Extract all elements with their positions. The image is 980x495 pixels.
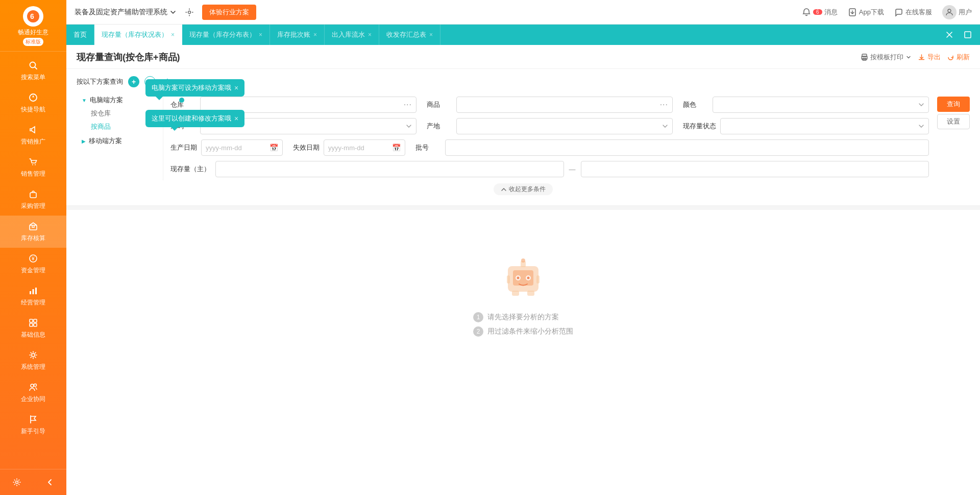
step-2-num: 2 bbox=[473, 326, 483, 337]
origin-select[interactable] bbox=[456, 118, 673, 134]
edit-scheme-tooltip-close[interactable]: × bbox=[234, 114, 238, 123]
tab-batch-account[interactable]: 库存批次账 × bbox=[270, 25, 325, 45]
goods-select[interactable]: ··· bbox=[456, 97, 673, 113]
tabs-bar: 首页 现存量（库存状况表） × 现存量（库存分布表） × 库存批次账 × 出入库… bbox=[66, 25, 980, 45]
sidebar-collapse-btn[interactable] bbox=[42, 475, 58, 490]
stock-qty-to-input[interactable] bbox=[581, 161, 929, 177]
scheme-group-pc-label: 电脑端方案 bbox=[90, 96, 123, 105]
sidebar-settings-btn[interactable] bbox=[9, 475, 24, 490]
sidebar-logo: 6 畅通好生意 标准版 bbox=[0, 0, 66, 52]
stock-status-select[interactable] bbox=[720, 118, 929, 134]
sidebar-item-label: 系统管理 bbox=[21, 363, 45, 371]
scheme-group-mobile-label: 移动端方案 bbox=[89, 136, 122, 146]
sidebar-item-label: 采购管理 bbox=[21, 202, 45, 210]
tab-close-inventory-dist[interactable]: × bbox=[259, 31, 262, 38]
sidebar-item-label: 销售管理 bbox=[21, 170, 45, 178]
header-settings-btn[interactable] bbox=[182, 5, 197, 20]
tab-io-flow[interactable]: 出入库流水 × bbox=[325, 25, 379, 45]
filter-row-1: 仓库 ··· 商品 ··· bbox=[170, 97, 929, 113]
add-scheme-tooltip-text: 电脑方案可设为移动方案哦 bbox=[152, 83, 231, 92]
collapse-btn[interactable]: 收起更多条件 bbox=[494, 183, 553, 195]
expire-date-label: 失效日期 bbox=[293, 143, 320, 152]
export-btn[interactable]: 导出 bbox=[918, 53, 941, 62]
notification-btn[interactable]: 6 消息 bbox=[802, 8, 838, 17]
svg-rect-40 bbox=[507, 275, 510, 284]
logo-text: 畅通好生意 bbox=[18, 29, 48, 37]
logo-badge: 标准版 bbox=[23, 38, 43, 46]
sidebar-item-sales[interactable]: 销售管理 bbox=[0, 151, 66, 183]
sidebar-item-label: 库存核算 bbox=[21, 234, 45, 243]
sidebar-item-label: 企业协同 bbox=[21, 395, 45, 404]
tabs-close-all-btn[interactable] bbox=[942, 28, 957, 42]
search-btn[interactable]: 查询 bbox=[937, 97, 970, 112]
color-select[interactable] bbox=[713, 97, 929, 113]
megaphone-icon bbox=[28, 124, 39, 135]
batch-input[interactable] bbox=[445, 139, 929, 156]
tab-home[interactable]: 首页 bbox=[66, 25, 94, 45]
add-scheme-tooltip-close[interactable]: × bbox=[234, 84, 238, 92]
tab-close-inventory-status[interactable]: × bbox=[171, 31, 175, 38]
query-body: ▼ 电脑端方案 按仓库 按商品 ▶ 移动端方案 bbox=[77, 93, 970, 180]
scheme-group-pc-header[interactable]: ▼ 电脑端方案 bbox=[77, 93, 158, 107]
chevron-down-icon bbox=[662, 123, 668, 129]
notification-label: 消息 bbox=[824, 8, 838, 17]
tab-collect-summary[interactable]: 收发存汇总表 × bbox=[379, 25, 440, 45]
sidebar-item-inventory[interactable]: 库存核算 bbox=[0, 216, 66, 248]
flag-icon bbox=[28, 414, 39, 425]
sidebar-item-basic[interactable]: 基础信息 bbox=[0, 312, 66, 344]
step-2-text: 用过滤条件来缩小分析范围 bbox=[487, 327, 573, 336]
svg-point-22 bbox=[15, 481, 18, 484]
sidebar-item-quick-nav[interactable]: 快捷导航 bbox=[0, 87, 66, 119]
tabs-maximize-btn[interactable] bbox=[961, 28, 975, 42]
online-support-label: 在线客服 bbox=[905, 8, 932, 17]
query-section: 按以下方案查询 + 电脑方案可设为移动方案哦 × 这里可以创建和修改方案哦 × bbox=[66, 69, 980, 206]
svg-rect-28 bbox=[965, 32, 971, 38]
system-title-text: 装备及固定资产辅助管理系统 bbox=[75, 8, 167, 17]
svg-marker-5 bbox=[32, 95, 34, 98]
stock-qty-from-input[interactable] bbox=[215, 161, 564, 177]
tab-inventory-status[interactable]: 现存量（库存状况表） × bbox=[94, 25, 182, 45]
sidebar-item-finance[interactable]: ¥ 资金管理 bbox=[0, 248, 66, 280]
scheme-group-mobile-header[interactable]: ▶ 移动端方案 bbox=[77, 134, 158, 148]
svg-rect-42 bbox=[512, 291, 519, 296]
connector-dot bbox=[179, 98, 184, 103]
username-label: 用户 bbox=[959, 8, 972, 17]
search-buttons: 查询 设置 bbox=[937, 97, 970, 129]
chevron-right-icon: ▶ bbox=[82, 138, 86, 144]
sidebar-item-cooperation[interactable]: 企业协同 bbox=[0, 376, 66, 409]
sidebar-item-label: 新手引导 bbox=[21, 427, 45, 436]
refresh-btn[interactable]: 刷新 bbox=[947, 53, 970, 62]
expire-date-input[interactable]: yyyy-mm-dd 📅 bbox=[324, 139, 405, 156]
empty-state: 1 请先选择要分析的方案 2 用过滤条件来缩小分析范围 bbox=[66, 210, 980, 382]
system-title-select[interactable]: 装备及固定资产辅助管理系统 bbox=[75, 8, 177, 17]
sidebar-item-search-menu[interactable]: 搜索菜单 bbox=[0, 55, 66, 87]
prod-date-input[interactable]: yyyy-mm-dd 📅 bbox=[201, 139, 283, 156]
online-support-btn[interactable]: 在线客服 bbox=[894, 8, 932, 17]
user-menu[interactable]: 用户 bbox=[942, 5, 972, 19]
sidebar-item-label: 快捷导航 bbox=[21, 105, 45, 114]
tab-close-io-flow[interactable]: × bbox=[368, 31, 372, 38]
app-download-btn[interactable]: App下载 bbox=[848, 8, 884, 17]
sidebar-item-label: 资金管理 bbox=[21, 266, 45, 275]
sidebar-item-operations[interactable]: 经营管理 bbox=[0, 280, 66, 312]
reset-btn[interactable]: 设置 bbox=[937, 114, 970, 129]
tab-close-batch-account[interactable]: × bbox=[313, 31, 317, 38]
chevron-down-icon bbox=[918, 102, 924, 108]
trial-btn[interactable]: 体验行业方案 bbox=[202, 5, 256, 20]
main-area: 装备及固定资产辅助管理系统 体验行业方案 6 消息 App下载 在线客服 bbox=[66, 0, 980, 495]
sidebar-item-purchase[interactable]: 采购管理 bbox=[0, 183, 66, 216]
page-content: 现存量查询(按仓库+商品) 按模板打印 导出 刷新 bbox=[66, 45, 980, 495]
template-print-btn[interactable]: 按模板打印 bbox=[861, 53, 912, 62]
calendar-icon: 📅 bbox=[392, 144, 401, 152]
sidebar-item-guide[interactable]: 新手引导 bbox=[0, 409, 66, 441]
svg-rect-15 bbox=[30, 319, 33, 322]
tab-inventory-dist[interactable]: 现存量（库存分布表） × bbox=[182, 25, 270, 45]
add-scheme-btn[interactable]: + bbox=[128, 76, 139, 87]
scheme-group-mobile: ▶ 移动端方案 bbox=[77, 134, 158, 148]
sidebar-item-system[interactable]: 系统管理 bbox=[0, 344, 66, 376]
tab-close-collect-summary[interactable]: × bbox=[429, 31, 433, 38]
svg-rect-12 bbox=[30, 291, 31, 294]
empty-step-2: 2 用过滤条件来缩小分析范围 bbox=[473, 326, 573, 337]
sidebar-item-marketing[interactable]: 营销推广 bbox=[0, 119, 66, 151]
sidebar-item-label: 搜索菜单 bbox=[21, 73, 45, 82]
